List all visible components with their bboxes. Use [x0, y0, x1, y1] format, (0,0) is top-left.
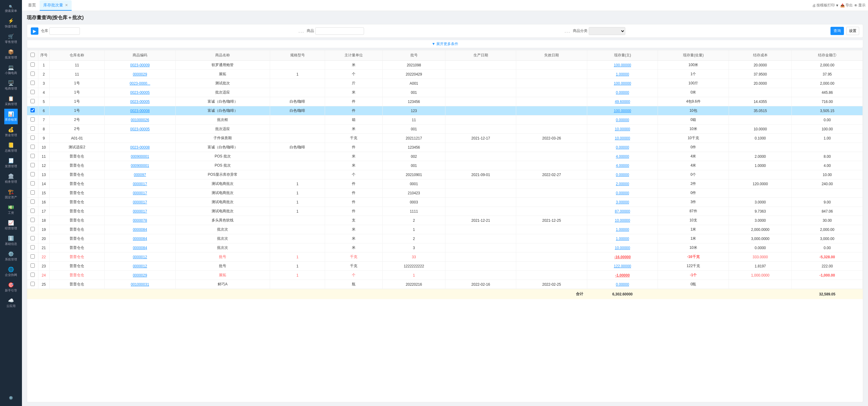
row-code[interactable]: 0000078 [104, 216, 175, 225]
table-row[interactable]: 20 普普仓仓 0000084 批次次 米 2 1.00000 1米 3,000… [27, 234, 863, 243]
search-button[interactable]: 查询 [831, 27, 844, 35]
row-qty-main[interactable]: 100.00000 [587, 79, 658, 88]
row-code[interactable] [104, 134, 175, 143]
sidebar-item-经营管理[interactable]: 📈经营管理 [4, 217, 18, 233]
row-qty-main[interactable]: 0.00000 [587, 170, 658, 179]
row-checkbox[interactable] [27, 106, 38, 115]
row-qty-main[interactable]: 1.00000 [587, 234, 658, 243]
table-row[interactable]: 17 普普仓仓 0000017 测试电商批次 1 件 1111 87.00000… [27, 207, 863, 216]
row-qty-main[interactable]: 1.00000 [587, 225, 658, 234]
row-qty-main[interactable]: -16.00000 [587, 252, 658, 262]
row-qty-main[interactable]: 0.00000 [587, 143, 658, 152]
row-qty-main[interactable]: 10.00000 [587, 243, 658, 252]
row-qty-main[interactable]: 10.00000 [587, 216, 658, 225]
row-checkbox[interactable] [27, 161, 38, 170]
table-row[interactable]: 10 测试适应2 0023-00008 富诚（白色/咖啡） 白色/咖啡 件 12… [27, 143, 863, 152]
row-qty-main[interactable]: 122.00000 [587, 262, 658, 271]
row-code[interactable]: 0000084 [104, 243, 175, 252]
print-btn[interactable]: 🖨 按模板打印 ▼ [812, 3, 839, 8]
row-qty-main[interactable]: 100.00000 [587, 61, 658, 70]
table-row[interactable]: 18 普普仓仓 0000078 多头異色软线 支 2 2021-12-21 20… [27, 216, 863, 225]
row-qty-main[interactable]: 3.00000 [587, 198, 658, 207]
row-checkbox[interactable] [27, 134, 38, 143]
row-code[interactable]: 001000026 [104, 115, 175, 125]
row-qty-main[interactable]: 4.00000 [587, 152, 658, 161]
tab-inventory-batch[interactable]: 库存批次量 ✕ [40, 0, 72, 11]
row-qty-main[interactable]: 10.00000 [587, 125, 658, 134]
row-checkbox[interactable] [27, 152, 38, 161]
row-checkbox[interactable] [27, 252, 38, 262]
row-code[interactable]: 0023-00005 [104, 88, 175, 97]
expand-conditions-btn[interactable]: ▼ 展开更多条件 [27, 40, 863, 48]
table-row[interactable]: 22 普普仓仓 0000012 批号 1 千克 33 -16.00000 -16… [27, 252, 863, 262]
row-checkbox[interactable] [27, 79, 38, 88]
row-code[interactable]: 0023-0000... [104, 79, 175, 88]
row-checkbox[interactable] [27, 170, 38, 179]
row-code[interactable]: 0000084 [104, 234, 175, 243]
row-checkbox[interactable] [27, 216, 38, 225]
goods-input[interactable] [315, 27, 364, 35]
table-row[interactable]: 14 普普仓仓 0000017 测试电商批次 1 件 0001 2.00000 … [27, 179, 863, 189]
row-checkbox[interactable] [27, 198, 38, 207]
row-code[interactable]: 0023-00008 [104, 143, 175, 152]
row-checkbox[interactable] [27, 280, 38, 289]
table-row[interactable]: 25 普普仓仓 001000031 鲜巧A 瓶 20220216 2022-02… [27, 280, 863, 289]
table-row[interactable]: 7 2号 001000026 批次框 箱 11 0.00000 0箱 0.00 [27, 115, 863, 125]
sidebar-item-企业协网[interactable]: 🌐企业协网 [4, 264, 18, 280]
table-row[interactable]: 19 普普仓仓 0000084 批次次 米 1 1.00000 1米 2,000… [27, 225, 863, 234]
table-row[interactable]: 23 普普仓仓 0000012 批号 1 千克 1222222222 122.0… [27, 262, 863, 271]
row-qty-main[interactable]: 0.00000 [587, 88, 658, 97]
sidebar-item-电商管理[interactable]: 🖥️电商管理 [4, 78, 18, 93]
row-checkbox[interactable] [27, 179, 38, 189]
row-checkbox[interactable] [27, 243, 38, 252]
table-row[interactable]: 1 11 0023-00009 软罗通用炮管 米 2021098 100.000… [27, 61, 863, 70]
row-code[interactable]: 0000012 [104, 252, 175, 262]
row-qty-main[interactable]: 1.00000 [587, 70, 658, 79]
sidebar-item-新手引导[interactable]: 🎯新手引导 [4, 280, 18, 295]
table-row[interactable]: 2 11 0000029 展拓 1 个 20220429 1.00000 1个 … [27, 70, 863, 79]
row-qty-main[interactable]: 0.00000 [587, 189, 658, 198]
sidebar-settings[interactable]: ⚙️ [8, 394, 14, 402]
table-row[interactable]: 12 普普仓仓 000900001 POS 批次 米 001 4.00000 4… [27, 161, 863, 170]
table-row[interactable]: 9 A01-01 子件保质期 千克 20211217 2021-12-17 20… [27, 134, 863, 143]
row-code[interactable]: 0023-00005 [104, 125, 175, 134]
row-code[interactable]: 0000012 [104, 262, 175, 271]
sidebar-item-税务管理[interactable]: 🏛️税务管理 [4, 171, 18, 187]
row-code[interactable]: 0000017 [104, 207, 175, 216]
export-btn[interactable]: 📤 导出 [840, 3, 853, 8]
row-qty-main[interactable]: 10.00000 [587, 134, 658, 143]
sidebar-item-批发管理[interactable]: 📦批发管理 [4, 46, 18, 62]
row-qty-main[interactable]: 49.60000 [587, 97, 658, 106]
sidebar-item-采购管理[interactable]: 📋采购管理 [4, 93, 18, 109]
row-qty-main[interactable]: 0.00000 [587, 115, 658, 125]
row-code[interactable]: 0023-00005 [104, 97, 175, 106]
sidebar-item-基础信息[interactable]: ℹ️基础信息 [4, 233, 18, 248]
sidebar-item-系统管理[interactable]: ⚙️系统管理 [4, 248, 18, 264]
row-code[interactable]: 0000029 [104, 271, 175, 280]
sidebar-item-快捷导航[interactable]: ⚡快捷导航 [4, 15, 18, 31]
table-row[interactable]: 4 1号 0023-00005 批次适应 米 001 0.00000 0米 44… [27, 88, 863, 97]
row-checkbox[interactable] [27, 125, 38, 134]
row-checkbox[interactable] [27, 262, 38, 271]
row-checkbox[interactable] [27, 143, 38, 152]
row-checkbox[interactable] [27, 70, 38, 79]
row-qty-main[interactable]: 87.00000 [587, 207, 658, 216]
sidebar-item-总账管理[interactable]: 📒总账管理 [4, 140, 18, 155]
table-row[interactable]: 5 1号 0023-00005 富诚（白色/咖啡） 白色/咖啡 件 123456… [27, 97, 863, 106]
row-qty-main[interactable]: 100.00000 [587, 106, 658, 115]
row-checkbox[interactable] [27, 97, 38, 106]
row-qty-main[interactable]: 4.00000 [587, 161, 658, 170]
row-code[interactable]: 000900001 [104, 152, 175, 161]
table-row[interactable]: 15 普普仓仓 0000017 测试电商批次 1 件 210423 0.0000… [27, 189, 863, 198]
row-code[interactable]: 000097 [104, 170, 175, 179]
sidebar-item-小脑电商[interactable]: 💻小脑电商 [4, 62, 18, 78]
row-checkbox[interactable] [27, 271, 38, 280]
row-qty-main[interactable]: -1.00000 [587, 271, 658, 280]
expand-search-btn[interactable]: ▶ [31, 27, 38, 35]
row-code[interactable]: 000900001 [104, 161, 175, 170]
table-row[interactable]: 8 2号 0023-00005 批次适应 米 001 10.00000 10米 … [27, 125, 863, 134]
sidebar-item-资金管理[interactable]: 💰资金管理 [4, 124, 18, 140]
row-qty-main[interactable]: 2.00000 [587, 179, 658, 189]
row-checkbox[interactable] [27, 225, 38, 234]
table-row[interactable]: 11 普普仓仓 000900001 POS 批次 米 002 4.00000 4… [27, 152, 863, 161]
